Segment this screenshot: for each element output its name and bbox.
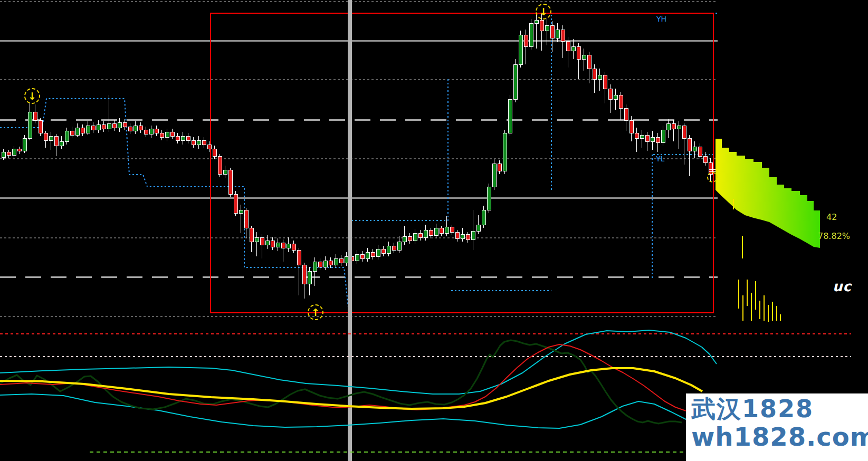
indicator-curves xyxy=(0,330,717,434)
uc-label: uc xyxy=(833,278,852,294)
exit-circle-marker[interactable] xyxy=(707,172,718,183)
vertical-divider-bar[interactable] xyxy=(348,0,352,461)
candlesticks xyxy=(2,13,719,299)
trading-chart-window: ↓ ↓ ↑ YH YL 42 78.82% uc 武汉1828 wh1828.c… xyxy=(0,0,868,461)
yesterday-high-label: YH xyxy=(656,15,666,23)
sell-signal-arrow[interactable]: ↓ xyxy=(24,88,40,104)
percent-value: 78.82% xyxy=(818,231,850,241)
forecast-blob xyxy=(716,139,820,248)
watermark-line1: 武汉1828 xyxy=(691,396,868,423)
yesterday-low-label: YL xyxy=(656,155,664,163)
bars-count-value: 42 xyxy=(826,212,837,222)
watermark-box: 武汉1828 wh1828.com xyxy=(686,393,868,461)
watermark-line2: wh1828.com xyxy=(691,423,868,452)
price-chart-canvas[interactable] xyxy=(0,0,868,461)
blue-step-lines xyxy=(0,13,720,312)
buy-signal-arrow[interactable]: ↑ xyxy=(308,304,323,320)
red-range-box xyxy=(211,13,713,313)
gridlines xyxy=(0,2,718,316)
sell-signal-arrow[interactable]: ↓ xyxy=(536,4,551,20)
